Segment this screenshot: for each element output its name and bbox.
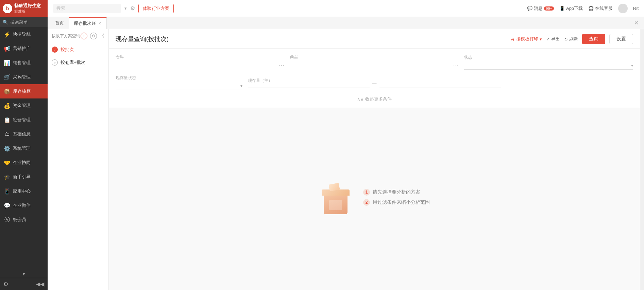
tab-bar: 首页 库存批次账 × ✕ [48, 17, 644, 29]
topbar-gear-icon[interactable]: ⚙ [130, 5, 135, 12]
empty-text: 1 请先选择要分析的方案 2 用过滤条件来缩小分析范围 [363, 189, 430, 209]
messages-badge: 99+ [544, 6, 554, 11]
username[interactable]: Rit [633, 6, 639, 11]
left-panel-header-actions: + ⚙ 《 [81, 33, 104, 39]
sidebar-item-operations[interactable]: 📋 经营管理 [0, 113, 48, 127]
sidebar-item-system[interactable]: ⚙️ 系统管理 [0, 141, 48, 156]
hint-number-1: 1 [363, 189, 370, 196]
export-icon: ↗ [546, 37, 550, 42]
app-version: 标准版 [14, 9, 41, 14]
add-scheme-button[interactable]: + [81, 33, 87, 39]
sidebar-item-sales[interactable]: 📊 销售管理 [0, 56, 48, 70]
filter-area: 仓库 ··· 商品 ··· [109, 49, 640, 108]
app-download-label: App下载 [566, 5, 583, 12]
stock-qty-to-input[interactable] [379, 85, 501, 88]
wechat-icon: 💬 [4, 202, 10, 209]
stock-qty-label: 现存量（主） [248, 78, 370, 84]
stock-status-label: 现存量状态 [116, 75, 242, 81]
sidebar-item-label: 营销推广 [13, 46, 31, 52]
stock-qty-from-input[interactable] [248, 85, 370, 88]
sales-icon: 📊 [4, 60, 10, 66]
apps-icon: 📱 [4, 188, 10, 194]
sidebar-item-purchase[interactable]: 🛒 采购管理 [0, 70, 48, 84]
status-dropdown-icon[interactable]: ▾ [631, 63, 633, 68]
print-label: 按模板打印 [516, 36, 538, 42]
sidebar-item-finance[interactable]: 💰 资金管理 [0, 98, 48, 113]
avatar[interactable] [618, 4, 628, 13]
app-logo: b [3, 4, 12, 13]
scheme-active-icon: ✓ [52, 47, 58, 53]
sidebar-item-inventory[interactable]: 📦 库存核算 [0, 84, 48, 98]
newbie-icon: 🎓 [4, 174, 10, 180]
sidebar-item-label: 新手引导 [13, 174, 31, 180]
operations-icon: 📋 [4, 117, 10, 123]
sidebar-item-basic[interactable]: 🗂 基础信息 [0, 127, 48, 141]
box-inner [329, 200, 342, 210]
hint-text-2: 用过滤条件来缩小分析范围 [373, 199, 430, 205]
tab-close-icon[interactable]: × [98, 20, 102, 26]
sidebar-item-label: 系统管理 [13, 145, 31, 151]
export-button[interactable]: ↗ 导出 [546, 36, 560, 42]
topbar-actions: 💬 消息 99+ 📱 App下载 🎧 在线客服 Rit [527, 4, 639, 13]
sidebar-item-cooperation[interactable]: 🤝 企业协同 [0, 156, 48, 170]
left-panel-header: 按以下方案查询 + ⚙ 《 [48, 29, 108, 43]
page-header: 现存量查询(按批次) 🖨 按模板打印 ▾ ↗ 导出 ↻ 刷新 [109, 29, 640, 49]
print-button[interactable]: 🖨 按模板打印 ▾ [510, 36, 542, 42]
topbar-dropdown-icon[interactable]: ▾ [124, 6, 127, 11]
query-button[interactable]: 查询 [582, 34, 605, 44]
collapse-up-icon: ∧∧ [357, 97, 364, 102]
sidebar-item-newbie[interactable]: 🎓 新手引导 [0, 170, 48, 184]
printer-icon: 🖨 [510, 37, 515, 42]
collapse-sidebar-icon[interactable]: ◀◀ [36, 281, 44, 287]
tab-home[interactable]: 首页 [50, 17, 69, 29]
left-panel-title: 按以下方案查询 [52, 33, 80, 39]
print-dropdown-icon[interactable]: ▾ [540, 37, 542, 42]
scheme-item-warehouse-batch[interactable]: ○ 按仓库+批次 [48, 56, 108, 69]
tab-bar-close-button[interactable]: ✕ [631, 18, 641, 28]
right-scrollbar[interactable] [640, 29, 644, 290]
sidebar-header: b 畅康通好生意 标准版 [0, 0, 48, 17]
tab-inventory-batch[interactable]: 库存批次账 × [69, 17, 107, 29]
search-menu-label: 搜索菜单 [10, 19, 28, 25]
headset-icon: 🎧 [588, 6, 594, 11]
product-filter-field: 商品 ··· [290, 54, 459, 70]
scheme-item-batch[interactable]: ✓ 按批次 [48, 43, 108, 56]
warehouse-dots[interactable]: ··· [279, 62, 284, 69]
sidebar-item-label: 应用中心 [13, 188, 31, 194]
sidebar-item-quicknav[interactable]: ⚡ 快捷导航 [0, 27, 48, 41]
trial-button[interactable]: 体验行业方案 [138, 4, 174, 13]
sidebar: b 畅康通好生意 标准版 🔍 搜索菜单 ⚡ 快捷导航 📢 营销推广 📊 销售管理… [0, 0, 48, 290]
stock-qty-divider: — [372, 81, 377, 88]
status-input[interactable]: ▾ [464, 62, 633, 70]
topbar-search-area[interactable]: 搜索 [53, 4, 121, 13]
stock-status-input[interactable]: ▾ [116, 82, 242, 90]
settings-button[interactable]: 设置 [609, 34, 633, 44]
inventory-icon: 📦 [4, 88, 10, 94]
system-icon: ⚙️ [4, 145, 10, 151]
sidebar-item-vip[interactable]: Ⓥ 畅会员 [0, 213, 48, 227]
online-service-action[interactable]: 🎧 在线客服 [588, 5, 613, 12]
stock-status-dropdown-icon[interactable]: ▾ [240, 84, 242, 88]
sidebar-item-label: 基础信息 [13, 131, 31, 137]
sidebar-scroll-down-btn[interactable]: ▼ [0, 270, 48, 278]
hint-text-1: 请先选择要分析的方案 [373, 189, 420, 195]
refresh-button[interactable]: ↻ 刷新 [564, 36, 578, 42]
product-input[interactable]: ··· [290, 61, 459, 70]
sidebar-item-marketing[interactable]: 📢 营销推广 [0, 41, 48, 56]
sidebar-item-apps[interactable]: 📱 应用中心 [0, 184, 48, 198]
sidebar-nav: ⚡ 快捷导航 📢 营销推广 📊 销售管理 🛒 采购管理 📦 库存核算 💰 资金管… [0, 27, 48, 270]
messages-action[interactable]: 💬 消息 99+ [527, 5, 554, 12]
tab-home-label: 首页 [55, 20, 64, 26]
product-dots[interactable]: ··· [453, 62, 459, 69]
warehouse-filter-field: 仓库 ··· [116, 54, 285, 70]
warehouse-input[interactable]: ··· [116, 61, 285, 70]
app-download-action[interactable]: 📱 App下载 [559, 5, 583, 12]
collapse-panel-icon[interactable]: 《 [100, 33, 104, 39]
sidebar-item-wechat[interactable]: 💬 企业微信 [0, 198, 48, 213]
empty-illustration [319, 182, 353, 216]
filter-collapse-row[interactable]: ∧∧ 收起更多条件 [116, 95, 633, 102]
scheme-settings-button[interactable]: ⚙ [90, 33, 97, 39]
export-label: 导出 [551, 36, 560, 42]
search-menu-item[interactable]: 🔍 搜索菜单 [0, 17, 48, 27]
settings-icon[interactable]: ⚙ [3, 281, 8, 287]
